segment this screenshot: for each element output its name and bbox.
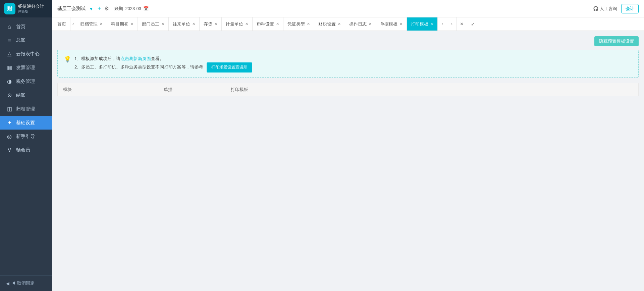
tab-prev-button[interactable]: ‹ [438,17,447,31]
add-company-button[interactable]: + [98,5,101,12]
tab-print-template[interactable]: 打印模板 ✕ [407,17,438,31]
notice-line2: 2、多员工、多打印机、多种业务类型设置不同打印方案等，请参考 打印场景设置宣说明 [74,62,252,72]
content-header: 隐藏预置模板设置 [57,36,639,46]
company-settings-icon[interactable]: ⚙ [104,5,109,12]
settings-icon: ✦ [6,119,13,126]
tab-voucher-type[interactable]: 凭证类型 ✕ [283,17,314,31]
member-icon: V [6,147,13,153]
tab-voucher-type-label: 凭证类型 [287,21,305,27]
tab-partner-label: 往来单位 [173,21,190,27]
company-dropdown-icon[interactable]: ▼ [89,6,94,11]
sidebar-item-label: 结账 [16,92,25,98]
sidebar-item-invoice[interactable]: ▦ 发票管理 [0,61,52,75]
notice-line1-suffix: 查看。 [151,56,164,61]
sidebar-item-home[interactable]: ⌂ 首页 [0,20,52,34]
tab-inventory-label: 存货 [204,21,212,27]
tab-print-template-close[interactable]: ✕ [430,22,433,26]
notice-line1: 1、模板添加成功后，请点击刷新新页面查看。 [74,55,252,62]
tab-currency[interactable]: 币种设置 ✕ [253,17,283,31]
tab-print-template-label: 打印模板 [411,21,428,27]
sidebar-item-archive[interactable]: ◫ 归档管理 [0,102,52,116]
invoice-icon: ▦ [6,64,13,71]
sidebar-item-closing[interactable]: ⊙ 结账 [0,88,52,102]
tab-tax-settings-label: 财税设置 [318,21,336,27]
sidebar-item-label: 基础设置 [16,120,35,126]
sidebar-item-label: 云报表中心 [16,51,40,57]
guide-icon: ◎ [6,133,13,140]
sidebar-item-guide[interactable]: ◎ 新手引导 [0,130,52,143]
tab-dept-staff[interactable]: 部门员工 ✕ [138,17,169,31]
tab-archive-mgmt[interactable]: 归档管理 ✕ [76,17,107,31]
service-label: 人工咨询 [600,6,617,12]
tabs-bar: 首页 ‹ 归档管理 ✕ 科目期初 ✕ 部门员工 ✕ 往来单位 ✕ 存货 ✕ 计量… [52,17,644,31]
sidebar-item-label: 税务管理 [16,79,35,85]
tab-inventory[interactable]: 存货 ✕ [200,17,222,31]
tab-unit[interactable]: 计量单位 ✕ [222,17,253,31]
sidebar-item-label: 新手引导 [16,134,35,140]
calendar-icon[interactable]: 📅 [143,6,149,11]
tab-voucher-type-close[interactable]: ✕ [307,22,310,26]
content-area: 隐藏预置模板设置 💡 1、模板添加成功后，请点击刷新新页面查看。 2、多员工、多… [52,31,644,291]
sidebar-item-ledger[interactable]: ≡ 总账 [0,34,52,47]
reports-icon: △ [6,51,13,57]
tab-subject-init[interactable]: 科目期初 ✕ [107,17,138,31]
sidebar-item-settings[interactable]: ✦ 基础设置 [0,116,52,130]
headset-icon: 🎧 [593,6,598,11]
sidebar-logo: 财 畅捷通好会计 体验版 [0,0,52,17]
tab-home[interactable]: 首页 [53,17,70,31]
company-selector[interactable]: 基层工会测试 ▼ [57,6,94,12]
sidebar-item-tax[interactable]: ◑ 税务管理 [0,75,52,88]
tax-icon: ◑ [6,78,13,85]
tab-dept-staff-label: 部门员工 [142,21,159,27]
tab-currency-label: 币种设置 [257,21,274,27]
tab-unit-label: 计量单位 [226,21,243,27]
sidebar-item-member[interactable]: V 畅会员 [0,143,52,157]
table-col-module: 模块 [58,83,158,96]
sidebar-nav: ⌂ 首页 ≡ 总账 △ 云报表中心 ▦ 发票管理 ◑ 税务管理 ⊙ 结账 ◫ 归… [0,17,52,275]
sidebar-item-label: 畅会员 [16,147,30,153]
data-table: 模块 单据 打印模板 [57,83,639,96]
period-selector[interactable]: 账期 2023-03 📅 [114,6,149,12]
notice-content: 1、模板添加成功后，请点击刷新新页面查看。 2、多员工、多打印机、多种业务类型设… [74,55,252,72]
tab-single-template[interactable]: 单据模板 ✕ [376,17,407,31]
sidebar-item-label: 总账 [16,37,25,43]
tab-partner[interactable]: 往来单位 ✕ [169,17,200,31]
tab-dept-staff-close[interactable]: ✕ [161,22,164,26]
tab-single-template-close[interactable]: ✕ [399,22,402,26]
closing-icon: ⊙ [6,92,13,98]
tab-single-template-label: 单据模板 [380,21,397,27]
tab-archive-mgmt-close[interactable]: ✕ [100,22,103,26]
tab-tax-settings-close[interactable]: ✕ [338,22,341,26]
print-scene-settings-button[interactable]: 打印场景设置宣说明 [207,62,252,72]
notice-bulb-icon: 💡 [64,55,71,63]
sidebar-item-label: 归档管理 [16,106,35,112]
service-button[interactable]: 🎧 人工咨询 [593,6,617,12]
home-icon: ⌂ [6,24,13,30]
tab-home-chevron[interactable]: ‹ [70,17,76,31]
table-col-document: 单据 [158,83,225,96]
notice-refresh-link[interactable]: 点击刷新新页面 [120,56,151,61]
tab-operation-log-close[interactable]: ✕ [369,22,372,26]
tab-currency-close[interactable]: ✕ [276,22,279,26]
tab-partner-close[interactable]: ✕ [192,22,195,26]
tab-inventory-close[interactable]: ✕ [214,22,217,26]
tab-operation-log[interactable]: 操作日志 ✕ [345,17,376,31]
sidebar-item-label: 首页 [16,24,25,30]
tab-close-all-button[interactable]: ✕ [457,17,467,31]
logo-text: 畅捷通好会计 [18,4,44,9]
sidebar-unpin-button[interactable]: ◀ ◀ 取消固定 [0,275,52,291]
tab-next-button[interactable]: › [447,17,457,31]
period-value: 2023-03 [125,6,141,11]
tab-operation-log-label: 操作日志 [349,21,367,27]
tab-unit-close[interactable]: ✕ [245,22,248,26]
notice-line1-prefix: 1、模板添加成功后，请 [74,56,120,61]
tab-tax-settings[interactable]: 财税设置 ✕ [314,17,345,31]
tab-expand-button[interactable]: ⤢ [467,17,478,31]
kuaiji-button[interactable]: 会计 [621,4,639,13]
hide-template-button[interactable]: 隐藏预置模板设置 [594,36,639,46]
topbar-right: 🎧 人工咨询 会计 [593,4,639,13]
tab-subject-init-label: 科目期初 [111,21,128,27]
sidebar-item-reports[interactable]: △ 云报表中心 [0,47,52,61]
archive-icon: ◫ [6,106,13,112]
tab-subject-init-close[interactable]: ✕ [130,22,133,26]
